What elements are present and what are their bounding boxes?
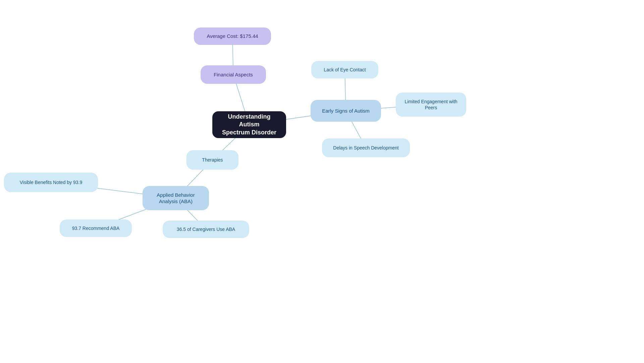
lack-eye-contact-label: Lack of Eye Contact bbox=[324, 67, 366, 73]
therapies-node: Therapies bbox=[186, 150, 238, 170]
limited-engagement-label: Limited Engagement with Peers bbox=[402, 99, 460, 111]
center-node: Understanding Autism Spectrum Disorder bbox=[212, 111, 286, 138]
average-cost-node: Average Cost: $175.44 bbox=[194, 27, 271, 45]
caregivers-aba-label: 36.5 of Caregivers Use ABA bbox=[177, 226, 235, 232]
delays-speech-node: Delays in Speech Development bbox=[322, 138, 410, 157]
therapies-label: Therapies bbox=[202, 157, 223, 163]
early-signs-node: Early Signs of Autism bbox=[311, 100, 381, 122]
caregivers-aba-node: 36.5 of Caregivers Use ABA bbox=[163, 221, 249, 238]
aba-label: Applied Behavior Analysis (ABA) bbox=[149, 192, 202, 205]
limited-engagement-node: Limited Engagement with Peers bbox=[396, 93, 466, 117]
average-cost-label: Average Cost: $175.44 bbox=[207, 33, 258, 40]
center-label: Understanding Autism Spectrum Disorder bbox=[219, 113, 279, 136]
financial-aspects-label: Financial Aspects bbox=[214, 71, 253, 78]
recommend-aba-label: 93.7 Recommend ABA bbox=[72, 225, 120, 231]
delays-speech-label: Delays in Speech Development bbox=[333, 145, 398, 151]
visible-benefits-node: Visible Benefits Noted by 93.9 bbox=[4, 173, 98, 192]
recommend-aba-node: 93.7 Recommend ABA bbox=[60, 220, 132, 237]
aba-node: Applied Behavior Analysis (ABA) bbox=[143, 186, 209, 210]
visible-benefits-label: Visible Benefits Noted by 93.9 bbox=[20, 179, 83, 185]
lack-eye-contact-node: Lack of Eye Contact bbox=[311, 61, 378, 78]
early-signs-label: Early Signs of Autism bbox=[322, 108, 370, 114]
financial-aspects-node: Financial Aspects bbox=[201, 65, 266, 84]
